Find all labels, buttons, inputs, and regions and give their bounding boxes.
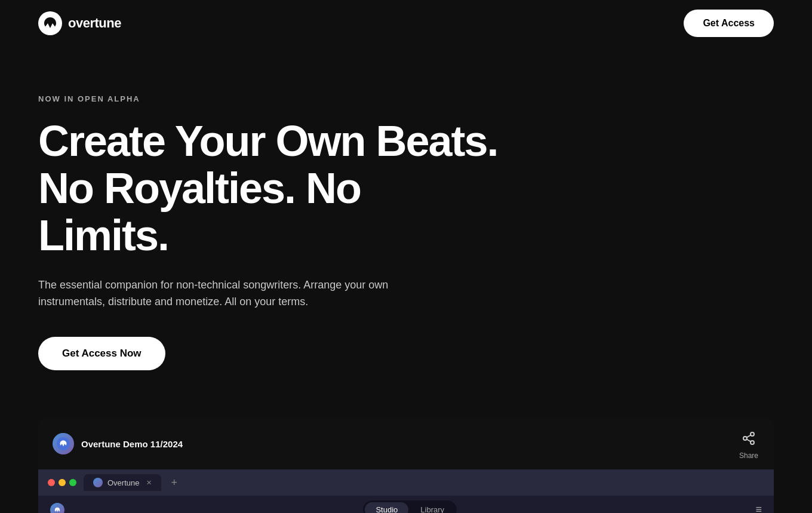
hero-title-line2: No Royalties. No Limits. (38, 164, 361, 259)
share-button[interactable]: Share (738, 428, 759, 460)
logo-icon (38, 11, 62, 35)
logo-text: overtune (68, 16, 121, 31)
hero-section: NOW IN OPEN ALPHA Create Your Own Beats.… (0, 47, 537, 406)
demo-title-area: Overtune Demo 11/2024 (53, 433, 183, 454)
hero-badge: NOW IN OPEN ALPHA (38, 94, 499, 103)
get-access-button[interactable]: Get Access (684, 10, 774, 37)
logo: overtune (38, 11, 121, 35)
header: overtune Get Access (0, 0, 812, 47)
demo-label: Overtune Demo 11/2024 (81, 439, 183, 449)
hero-cta-button[interactable]: Get Access Now (38, 337, 165, 370)
hero-title-line1: Create Your Own Beats. (38, 117, 498, 165)
share-label: Share (739, 451, 758, 460)
share-icon (738, 428, 759, 449)
daw-mockup: Overtune ✕ + Studio Library ≡ ↩ ↪ Grid 8 (38, 469, 774, 513)
demo-section: Overtune Demo 11/2024 Share (38, 418, 774, 513)
demo-header: Overtune Demo 11/2024 Share (38, 418, 774, 469)
demo-avatar (53, 433, 74, 454)
hero-title: Create Your Own Beats. No Royalties. No … (38, 118, 499, 260)
hero-subtitle: The essential companion for non-technica… (38, 277, 420, 311)
